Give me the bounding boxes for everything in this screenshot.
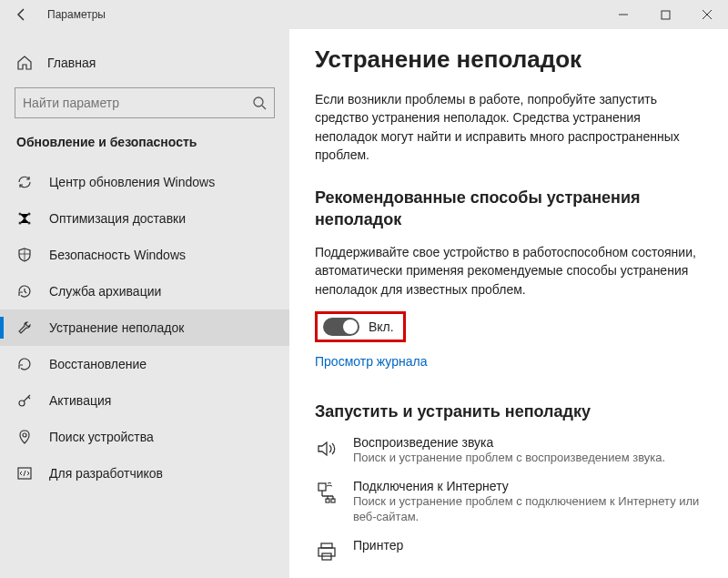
svg-rect-12: [318, 483, 326, 491]
troubleshooter-title: Воспроизведение звука: [353, 435, 665, 450]
sidebar-item-label: Для разработчиков: [49, 466, 163, 481]
history-link[interactable]: Просмотр журнала: [315, 354, 427, 369]
troubleshooter-sub: Поиск и устранение проблем с воспроизвед…: [353, 450, 665, 466]
svg-point-10: [23, 433, 26, 437]
intro-text: Если возникли проблемы в работе, попробу…: [315, 90, 703, 164]
sidebar: Главная Обновление и безопасность Центр …: [0, 29, 289, 578]
troubleshooter-printer[interactable]: Принтер: [315, 538, 703, 563]
search-input[interactable]: [15, 87, 275, 118]
sidebar-item-label: Служба архивации: [49, 284, 161, 299]
nav-list: Центр обновления Windows Оптимизация дос…: [0, 164, 289, 492]
delivery-icon: [16, 210, 33, 227]
shield-icon: [16, 247, 33, 263]
titlebar: Параметры: [0, 0, 728, 29]
search-field[interactable]: [23, 96, 252, 110]
svg-line-3: [262, 106, 266, 109]
svg-rect-14: [331, 499, 335, 502]
sidebar-item-label: Центр обновления Windows: [49, 175, 215, 189]
sidebar-item-activation[interactable]: Активация: [0, 382, 289, 419]
sidebar-item-backup[interactable]: Служба архивации: [0, 273, 289, 309]
page-title: Устранение неполадок: [315, 46, 703, 74]
svg-rect-16: [318, 548, 335, 556]
sidebar-item-label: Безопасность Windows: [49, 248, 186, 262]
wrench-icon: [16, 319, 33, 336]
sidebar-item-troubleshoot[interactable]: Устранение неполадок: [0, 309, 289, 346]
maximize-button[interactable]: [644, 0, 686, 29]
troubleshooter-title: Подключения к Интернету: [353, 479, 703, 493]
toggle-knob: [343, 319, 358, 334]
recommended-desc: Поддерживайте свое устройство в работосп…: [315, 243, 703, 299]
svg-rect-13: [326, 499, 329, 502]
svg-rect-15: [321, 543, 332, 548]
key-icon: [16, 392, 33, 409]
recovery-icon: [16, 356, 33, 372]
main-content: Устранение неполадок Если возникли пробл…: [289, 29, 728, 578]
location-icon: [16, 429, 33, 445]
troubleshooter-list: Воспроизведение звука Поиск и устранение…: [315, 435, 703, 563]
home-icon: [16, 55, 33, 71]
sidebar-item-label: Устранение неполадок: [49, 320, 184, 335]
recommended-heading: Рекомендованные способы устранения непол…: [315, 188, 703, 230]
run-heading: Запустить и устранить неполадку: [315, 401, 703, 422]
sidebar-item-label: Поиск устройства: [49, 430, 154, 444]
sidebar-item-label: Оптимизация доставки: [49, 211, 186, 226]
svg-rect-1: [662, 11, 670, 19]
printer-icon: [315, 540, 339, 563]
window-title: Параметры: [47, 8, 106, 21]
search-icon: [252, 96, 267, 110]
toggle-highlight: Вкл.: [315, 311, 406, 342]
recommended-toggle[interactable]: [323, 318, 359, 336]
back-button[interactable]: [0, 0, 44, 29]
troubleshooter-sub: Поиск и устранение проблем с подключение…: [353, 493, 703, 525]
sidebar-item-label: Восстановление: [49, 357, 147, 371]
code-icon: [16, 465, 33, 482]
troubleshooter-audio[interactable]: Воспроизведение звука Поиск и устранение…: [315, 435, 703, 466]
sync-icon: [16, 174, 33, 190]
sidebar-item-update[interactable]: Центр обновления Windows: [0, 164, 289, 200]
sidebar-item-findmydevice[interactable]: Поиск устройства: [0, 419, 289, 455]
troubleshooter-internet[interactable]: Подключения к Интернету Поиск и устранен…: [315, 479, 703, 525]
sidebar-item-developers[interactable]: Для разработчиков: [0, 455, 289, 492]
sidebar-item-delivery[interactable]: Оптимизация доставки: [0, 200, 289, 237]
minimize-button[interactable]: [602, 0, 644, 29]
speaker-icon: [315, 437, 339, 461]
sidebar-item-security[interactable]: Безопасность Windows: [0, 237, 289, 273]
network-icon: [315, 481, 339, 504]
svg-point-2: [254, 97, 263, 106]
close-button[interactable]: [686, 0, 728, 29]
home-button[interactable]: Главная: [0, 47, 289, 78]
sidebar-item-recovery[interactable]: Восстановление: [0, 346, 289, 382]
home-label: Главная: [47, 56, 96, 70]
toggle-label: Вкл.: [369, 319, 394, 334]
backup-icon: [16, 283, 33, 299]
troubleshooter-title: Принтер: [353, 538, 403, 553]
sidebar-item-label: Активация: [49, 393, 111, 408]
section-label: Обновление и безопасность: [0, 135, 289, 164]
